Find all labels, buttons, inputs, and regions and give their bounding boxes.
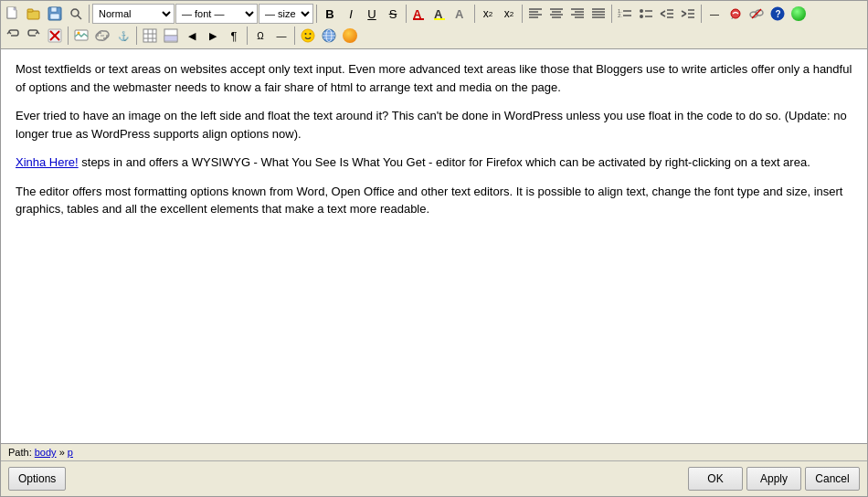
em-dash-button[interactable]: — [271, 26, 291, 46]
svg-rect-9 [413, 18, 424, 20]
toolbar-area: Normal Heading 1 Heading 2 Heading 3 Pre… [1, 1, 867, 49]
bold-button[interactable]: B [320, 4, 340, 24]
sep-3 [406, 5, 407, 23]
path-label: Path: [8, 447, 32, 458]
anchor-button[interactable]: ⚓ [113, 26, 133, 46]
bottom-right-buttons: OK Apply Cancel [688, 467, 860, 491]
svg-rect-66 [164, 36, 177, 41]
xinha-icon [791, 6, 806, 21]
clear-formatting-button[interactable] [45, 26, 65, 46]
svg-point-47 [731, 9, 740, 18]
sep-6 [611, 5, 612, 23]
svg-rect-59 [143, 29, 156, 42]
sep-r2-4 [294, 26, 295, 45]
indent-button[interactable] [678, 4, 698, 24]
undo-button[interactable] [3, 26, 23, 46]
toolbar-row-1: Normal Heading 1 Heading 2 Heading 3 Pre… [3, 3, 865, 25]
strikethrough-button[interactable]: S [383, 4, 403, 24]
svg-text:A: A [455, 7, 464, 21]
sep-4 [474, 5, 475, 23]
image-button[interactable] [71, 26, 91, 46]
paragraph-1: Most textfields or text areas on website… [16, 60, 852, 96]
plugin-button[interactable] [340, 26, 360, 46]
svg-point-35 [640, 15, 643, 18]
apply-button[interactable]: Apply [746, 467, 801, 491]
pilcrow-button[interactable]: ¶ [224, 26, 244, 46]
open-button[interactable] [24, 4, 44, 24]
underline-label: U [367, 7, 376, 21]
color-reset-button[interactable]: A [451, 4, 471, 24]
font-select[interactable]: — font — Arial Times New Roman Courier N… [175, 4, 258, 24]
editor-container: Normal Heading 1 Heading 2 Heading 3 Pre… [0, 0, 868, 497]
superscript-button[interactable]: x2 [499, 4, 519, 24]
svg-text:2.: 2. [618, 13, 622, 18]
bold-label: B [325, 7, 333, 21]
unordered-list-button[interactable] [636, 4, 656, 24]
p-link[interactable]: p [68, 447, 73, 458]
special-char-button[interactable]: Ω [250, 26, 270, 46]
save-button[interactable] [45, 4, 65, 24]
svg-line-38 [661, 14, 665, 16]
plugin-icon [343, 28, 357, 43]
fg-color-button[interactable]: A [409, 4, 429, 24]
table-button[interactable] [140, 26, 160, 46]
table-row-button[interactable] [161, 26, 181, 46]
italic-label: I [349, 7, 353, 21]
svg-rect-11 [434, 18, 445, 20]
sep-5 [522, 5, 523, 23]
italic-button[interactable]: I [341, 4, 361, 24]
sep-r2-2 [136, 26, 137, 45]
svg-line-7 [78, 16, 81, 19]
link-button[interactable] [725, 4, 746, 24]
svg-point-57 [78, 32, 80, 35]
svg-point-67 [302, 29, 314, 42]
svg-line-42 [682, 11, 686, 14]
link2-button[interactable] [92, 26, 112, 46]
underline-button[interactable]: U [362, 4, 382, 24]
svg-rect-5 [50, 14, 59, 19]
ordered-list-button[interactable]: 1.2. [615, 4, 635, 24]
paragraph-3: Xinha Here! steps in and offers a WYSIWY… [16, 153, 852, 172]
editor-content[interactable]: Most textfields or text areas on website… [1, 49, 867, 443]
status-bar: Path: body » p [1, 443, 867, 460]
align-left-button[interactable] [525, 4, 545, 24]
subscript-button[interactable]: x2 [478, 4, 498, 24]
xinha-button[interactable] [789, 4, 809, 24]
svg-text:?: ? [776, 9, 781, 19]
cancel-button[interactable]: Cancel [805, 467, 860, 491]
prev-button[interactable]: ◀ [182, 26, 202, 46]
ok-button[interactable]: OK [688, 467, 743, 491]
options-button[interactable]: Options [8, 467, 66, 491]
body-link[interactable]: body [35, 447, 57, 458]
style-select[interactable]: Normal Heading 1 Heading 2 Heading 3 Pre… [92, 4, 175, 24]
breadcrumb-sep: » [59, 447, 65, 458]
xinha-link[interactable]: Xinha Here! [16, 155, 79, 169]
new-button[interactable] [3, 4, 23, 24]
align-right-button[interactable] [567, 4, 587, 24]
smilies-button[interactable] [298, 26, 318, 46]
strike-label: S [389, 7, 397, 21]
sep-2 [316, 5, 317, 23]
sep-r2-3 [247, 26, 248, 45]
toolbar-row-2: ⚓ ◀ ▶ ¶ Ω — [3, 25, 865, 47]
search-button[interactable] [66, 4, 86, 24]
help-button[interactable]: ? [767, 4, 788, 24]
hr-button[interactable]: — [704, 4, 725, 24]
next-button[interactable]: ▶ [203, 26, 223, 46]
align-justify-button[interactable] [588, 4, 609, 24]
size-select[interactable]: — size — 8 10 12 14 18 24 36 [259, 4, 313, 24]
globe-button[interactable] [319, 26, 339, 46]
svg-point-69 [310, 33, 312, 35]
svg-rect-2 [27, 9, 33, 12]
unlink-button[interactable] [746, 4, 767, 24]
paragraph-2: Ever tried to have an image on the left … [16, 107, 852, 143]
paragraph-3-text: steps in and offers a WYSIWYG - What You… [79, 155, 810, 169]
svg-line-37 [661, 11, 665, 14]
redo-button[interactable] [24, 26, 44, 46]
svg-point-33 [640, 9, 643, 13]
align-center-button[interactable] [546, 4, 566, 24]
bottom-bar: Options OK Apply Cancel [1, 460, 867, 496]
sep-r2-1 [68, 26, 69, 45]
bg-color-button[interactable]: A [430, 4, 450, 24]
outdent-button[interactable] [657, 4, 677, 24]
